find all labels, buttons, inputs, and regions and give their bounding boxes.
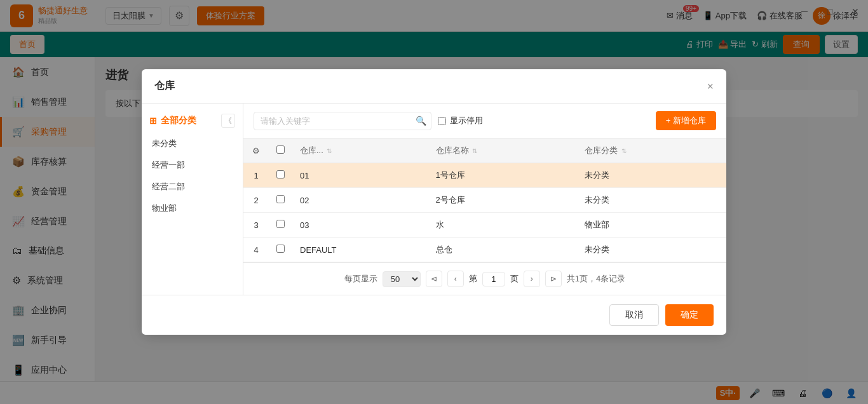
warehouse-table: ⚙ 仓库... ⇅ 仓库名称 <box>243 138 726 262</box>
per-page-select[interactable]: 50 10 20 100 <box>383 271 421 287</box>
warehouse-modal: 仓库 × ⊞ 全部分类 《 未分类 经营一部 经营二部 物业部 <box>142 69 726 335</box>
pagination: 每页显示 50 10 20 100 ⊲ ‹ 第 页 › ⊳ 共1页，4条记录 <box>243 262 726 295</box>
row-checkbox[interactable] <box>276 195 285 203</box>
last-page-btn[interactable]: ⊳ <box>545 271 562 287</box>
category-item-0[interactable]: 未分类 <box>142 133 243 154</box>
confirm-button[interactable]: 确定 <box>665 304 714 326</box>
search-icon[interactable]: 🔍 <box>416 116 426 126</box>
page-label: 第 <box>469 273 477 285</box>
collapse-btn[interactable]: 《 <box>221 114 235 128</box>
category-item-1[interactable]: 经营一部 <box>142 154 243 176</box>
category-all-btn[interactable]: ⊞ 全部分类 <box>149 115 196 126</box>
row-category: 未分类 <box>577 163 726 188</box>
search-input[interactable] <box>254 112 431 130</box>
modal-close-btn[interactable]: × <box>707 81 714 92</box>
row-checkbox[interactable] <box>276 245 285 253</box>
col-name: 仓库名称 ⇅ <box>428 138 578 163</box>
per-page-label: 每页显示 <box>344 273 377 285</box>
row-index: 3 <box>243 213 269 238</box>
show-disabled-checkbox[interactable] <box>438 117 446 125</box>
row-category: 物业部 <box>577 213 726 238</box>
col-checkbox <box>269 138 292 163</box>
show-disabled-label: 显示停用 <box>438 115 483 126</box>
row-checkbox-cell <box>269 163 292 188</box>
first-page-btn[interactable]: ⊲ <box>426 271 442 287</box>
row-name: 1号仓库 <box>428 163 578 188</box>
row-category: 未分类 <box>577 238 726 262</box>
category-all-label: 全部分类 <box>161 115 196 126</box>
next-page-btn[interactable]: › <box>524 271 540 287</box>
row-index: 1 <box>243 163 269 188</box>
row-checkbox-cell <box>269 188 292 213</box>
row-code: DEFAULT <box>292 238 428 262</box>
row-name: 2号仓库 <box>428 188 578 213</box>
show-disabled-text: 显示停用 <box>450 115 483 126</box>
col-code: 仓库... ⇅ <box>292 138 428 163</box>
row-code: 02 <box>292 188 428 213</box>
modal-body: ⊞ 全部分类 《 未分类 经营一部 经营二部 物业部 🔍 <box>142 104 726 295</box>
category-panel: ⊞ 全部分类 《 未分类 经营一部 经营二部 物业部 <box>142 104 243 295</box>
modal-footer: 取消 确定 <box>142 295 726 335</box>
category-header: ⊞ 全部分类 《 <box>142 109 243 133</box>
row-name: 水 <box>428 213 578 238</box>
row-name: 总仓 <box>428 238 578 262</box>
row-code: 03 <box>292 213 428 238</box>
page-unit: 页 <box>510 273 519 285</box>
search-wrap: 🔍 <box>254 112 431 130</box>
modal-overlay: 仓库 × ⊞ 全部分类 《 未分类 经营一部 经营二部 物业部 <box>0 0 868 404</box>
row-checkbox-cell <box>269 238 292 262</box>
category-item-3[interactable]: 物业部 <box>142 198 243 219</box>
category-item-2[interactable]: 经营二部 <box>142 176 243 198</box>
sort-icon-code: ⇅ <box>327 147 332 154</box>
table-container: ⚙ 仓库... ⇅ 仓库名称 <box>243 138 726 262</box>
new-warehouse-btn[interactable]: + 新增仓库 <box>656 111 716 130</box>
row-code: 01 <box>292 163 428 188</box>
sort-icon-name: ⇅ <box>472 147 477 154</box>
table-header-row: ⚙ 仓库... ⇅ 仓库名称 <box>243 138 726 163</box>
table-row[interactable]: 2 02 2号仓库 未分类 <box>243 188 726 213</box>
page-number-input[interactable] <box>482 272 505 286</box>
table-toolbar: 🔍 显示停用 + 新增仓库 <box>243 104 726 138</box>
col-settings: ⚙ <box>243 138 269 163</box>
grid-icon: ⊞ <box>149 116 157 126</box>
select-all-checkbox[interactable] <box>276 145 285 154</box>
sort-icon-category: ⇅ <box>621 147 627 154</box>
row-checkbox[interactable] <box>276 170 285 178</box>
table-row[interactable]: 4 DEFAULT 总仓 未分类 <box>243 238 726 262</box>
row-index: 2 <box>243 188 269 213</box>
row-checkbox[interactable] <box>276 220 285 228</box>
modal-title: 仓库 <box>154 79 175 93</box>
table-panel: 🔍 显示停用 + 新增仓库 ⚙ <box>243 104 726 295</box>
table-row[interactable]: 1 01 1号仓库 未分类 <box>243 163 726 188</box>
row-index: 4 <box>243 238 269 262</box>
modal-header: 仓库 × <box>142 69 726 104</box>
col-category: 仓库分类 ⇅ <box>577 138 726 163</box>
row-category: 未分类 <box>577 188 726 213</box>
prev-page-btn[interactable]: ‹ <box>447 271 464 287</box>
table-row[interactable]: 3 03 水 物业部 <box>243 213 726 238</box>
settings-icon[interactable]: ⚙ <box>252 146 260 156</box>
row-checkbox-cell <box>269 213 292 238</box>
cancel-button[interactable]: 取消 <box>609 304 659 326</box>
total-info: 共1页，4条记录 <box>567 273 625 285</box>
